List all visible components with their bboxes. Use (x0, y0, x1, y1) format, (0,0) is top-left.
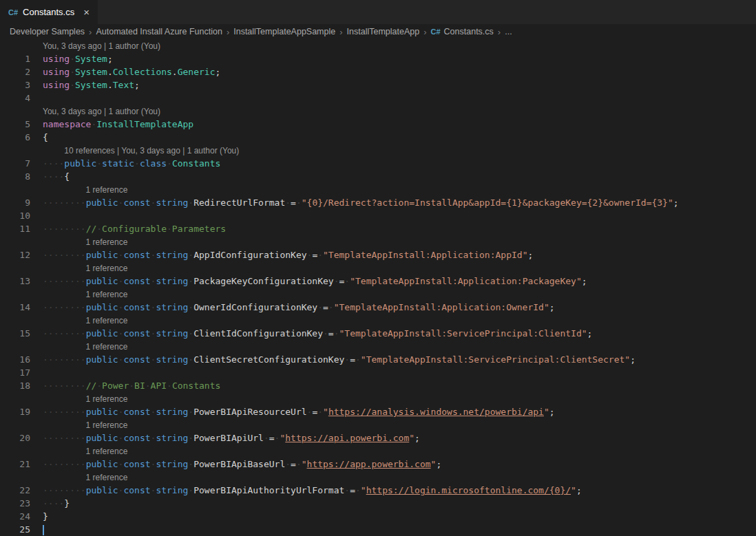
code-token: Generic (178, 67, 216, 77)
whitespace-dot: · (64, 459, 70, 469)
code-line[interactable]: 10 (0, 209, 756, 222)
breadcrumb-item[interactable]: InstallTemplateApp (347, 27, 420, 36)
codelens-indent (43, 294, 86, 294)
codelens-link[interactable]: 1 reference (86, 184, 128, 196)
code-line-content: ········public·const·string·OwnerIdConfi… (30, 301, 555, 314)
line-number: 8 (0, 170, 30, 183)
code-token: System (75, 80, 107, 90)
code-token: ········ (43, 380, 86, 391)
url-link[interactable]: https://app.powerbi.com (307, 459, 431, 469)
whitespace-dot: · (75, 197, 81, 208)
code-line[interactable]: 22········public·const·string·PowerBIApi… (0, 484, 756, 497)
code-token: public (86, 354, 118, 365)
code-line-content: ····} (30, 497, 70, 510)
code-token: · (328, 302, 334, 312)
code-token: · (188, 276, 193, 286)
tab-close-icon[interactable]: × (83, 7, 90, 17)
code-line[interactable]: 6{ (0, 131, 756, 144)
whitespace-dot: · (75, 459, 81, 469)
code-token: " (323, 407, 328, 417)
whitespace-dot: · (81, 407, 86, 417)
whitespace-dot: · (70, 354, 75, 365)
whitespace-dot: · (43, 354, 48, 365)
code-line[interactable]: 17 (0, 366, 756, 379)
code-line[interactable]: 20········public·const·string·PowerBIApi… (0, 431, 756, 444)
tab-constants-cs[interactable]: C# Constants.cs × (0, 0, 98, 24)
breadcrumb-item[interactable]: Automated Install Azure Function (96, 27, 222, 36)
code-line[interactable]: 9········public·const·string·RedirectUrl… (0, 196, 756, 209)
whitespace-dot: · (64, 302, 70, 312)
code-line[interactable]: 18········//·Power·BI·API·Constants (0, 379, 756, 392)
whitespace-dot: · (75, 433, 81, 443)
code-line[interactable]: 13········public·const·string·PackageKey… (0, 275, 756, 288)
whitespace-dot: · (264, 433, 269, 443)
whitespace-dot: · (70, 276, 75, 286)
code-line[interactable]: 1using·System; (0, 52, 756, 65)
whitespace-dot: · (323, 328, 328, 339)
code-token: const (123, 433, 150, 443)
code-token: · (188, 485, 193, 495)
code-token: ········ (43, 407, 86, 417)
code-token: ; (630, 354, 636, 365)
code-line[interactable]: 14········public·const·string·OwnerIdCon… (0, 301, 756, 314)
code-line[interactable]: 4 (0, 92, 756, 105)
line-number: 19 (0, 405, 30, 418)
codelens-link[interactable]: 1 reference (86, 445, 128, 458)
codelens-link[interactable]: You, 3 days ago | 1 author (You) (43, 40, 160, 52)
codelens-link[interactable]: 1 reference (86, 314, 128, 327)
code-line[interactable]: 15········public·const·string·ClientIdCo… (0, 327, 756, 340)
whitespace-dot: · (43, 224, 48, 234)
gutter-spacer (0, 235, 30, 248)
code-token: ···· (43, 171, 64, 182)
code-token: OwnerIdConfigurationKey (193, 302, 317, 312)
code-token: } (43, 511, 48, 522)
code-token: ···· (43, 158, 64, 169)
code-line[interactable]: 8····{ (0, 170, 756, 183)
url-link[interactable]: https://login.microsoftonline.com/{0}/ (366, 485, 571, 495)
code-line[interactable]: 19········public·const·string·PowerBIApi… (0, 405, 756, 418)
breadcrumb-separator: › (89, 27, 92, 37)
code-line[interactable]: 24} (0, 510, 756, 523)
whitespace-dot: · (81, 433, 86, 443)
url-link[interactable]: https://api.powerbi.com (285, 433, 409, 443)
code-token: · (334, 328, 339, 339)
codelens-link[interactable]: 1 reference (86, 236, 128, 248)
code-token: const (123, 485, 150, 495)
whitespace-dot: · (70, 250, 75, 260)
whitespace-dot: · (70, 328, 75, 339)
whitespace-dot: · (355, 354, 361, 365)
codelens-link[interactable]: 1 reference (86, 262, 128, 275)
code-token: = (269, 433, 275, 443)
codelens-link[interactable]: 10 references | You, 3 days ago | 1 auth… (64, 144, 239, 157)
codelens-row: 1 reference (0, 471, 756, 484)
codelens-link[interactable]: 1 reference (86, 288, 128, 301)
code-token: ; (576, 485, 582, 495)
breadcrumb-item[interactable]: ... (505, 27, 512, 36)
codelens-link[interactable]: 1 reference (86, 471, 128, 484)
breadcrumb-item[interactable]: InstallTemplateAppSample (233, 27, 335, 36)
codelens-link[interactable]: 1 reference (86, 341, 128, 353)
code-line[interactable]: 7····public·static·class·Constants (0, 157, 756, 170)
gutter-spacer (0, 444, 30, 458)
codelens-row: 1 reference (0, 314, 756, 327)
whitespace-dot: · (70, 197, 75, 208)
code-line[interactable]: 21········public·const·string·PowerBIApi… (0, 458, 756, 471)
code-line[interactable]: 5namespace·InstallTemplateApp (0, 118, 756, 131)
code-line[interactable]: 11········//·Configurable·Parameters (0, 222, 756, 235)
url-link[interactable]: https://analysis.windows.net/powerbi/api (328, 407, 544, 417)
breadcrumb-item[interactable]: Developer Samples (10, 27, 85, 36)
code-line[interactable]: 3using·System.Text; (0, 78, 756, 92)
code-line[interactable]: 2using·System.Collections.Generic; (0, 65, 756, 78)
code-line[interactable]: 25 (0, 523, 756, 536)
breadcrumb-item[interactable]: C#Constants.cs (431, 27, 494, 36)
codelens-link[interactable]: 1 reference (86, 393, 128, 405)
codelens-link[interactable]: You, 3 days ago | 1 author (You) (43, 105, 160, 118)
whitespace-dot: · (43, 276, 48, 286)
code-line[interactable]: 23····} (0, 497, 756, 510)
whitespace-dot: · (317, 250, 323, 260)
line-number: 2 (0, 65, 30, 78)
code-line[interactable]: 12········public·const·string·AppIdConfi… (0, 248, 756, 261)
code-token: string (156, 459, 188, 469)
code-line[interactable]: 16········public·const·string·ClientSecr… (0, 353, 756, 366)
codelens-link[interactable]: 1 reference (86, 419, 128, 431)
